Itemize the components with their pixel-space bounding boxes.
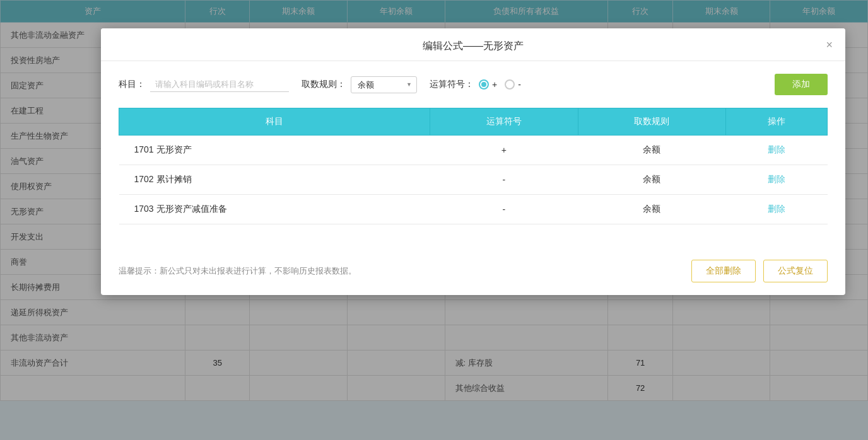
th-action: 操作 <box>726 108 828 136</box>
th-operator: 运算符号 <box>430 108 578 136</box>
formula-rule-cell: 余额 <box>578 165 726 195</box>
operator-label: 运算符号： <box>430 79 474 90</box>
operator-group: 运算符号： + - <box>430 79 521 90</box>
footer-buttons: 全部删除 公式复位 <box>691 260 828 282</box>
formula-table-head: 科目 运算符号 取数规则 操作 <box>119 108 828 136</box>
delete-link[interactable]: 删除 <box>768 204 785 214</box>
formula-subject-cell: 1701 无形资产 <box>119 136 430 165</box>
operator-minus-label: - <box>518 79 521 90</box>
rule-group: 取数规则： 余额 借方 贷方 借方发生额 贷方发生额 <box>302 76 417 93</box>
add-button[interactable]: 添加 <box>775 74 828 95</box>
th-rule: 取数规则 <box>578 108 726 136</box>
rule-select-wrapper: 余额 借方 贷方 借方发生额 贷方发生额 <box>351 76 417 93</box>
modal-header: 编辑公式——无形资产 × <box>101 28 845 61</box>
modal-footer: 温馨提示：新公式只对未出报表进行计算，不影响历史报表数据。 全部删除 公式复位 <box>101 250 845 295</box>
formula-operator-cell: - <box>430 165 578 195</box>
operator-plus-radio-circle <box>479 79 489 90</box>
formula-operator-cell: + <box>430 136 578 165</box>
formula-rule-cell: 余额 <box>578 195 726 224</box>
modal-close-button[interactable]: × <box>826 39 833 50</box>
formula-row: 1703 无形资产减值准备 - 余额 删除 <box>119 195 828 224</box>
modal-title: 编辑公式——无形资产 <box>423 40 524 53</box>
formula-action-cell: 删除 <box>726 195 828 224</box>
formula-table: 科目 运算符号 取数规则 操作 1701 无形资产 + 余额 删除 1702 累… <box>119 108 828 224</box>
reset-formula-button[interactable]: 公式复位 <box>763 260 828 282</box>
operator-minus-radio-circle <box>505 79 515 90</box>
formula-subject-cell: 1702 累计摊销 <box>119 165 430 195</box>
subject-input[interactable] <box>150 77 289 92</box>
rule-select[interactable]: 余额 借方 贷方 借方发生额 贷方发生额 <box>351 76 417 93</box>
formula-form-row: 科目： 取数规则： 余额 借方 贷方 借方发生额 贷方发生额 运算符号： <box>119 74 828 95</box>
operator-plus-radio[interactable]: + <box>479 79 497 90</box>
edit-formula-modal: 编辑公式——无形资产 × 科目： 取数规则： 余额 借方 贷方 借方发生额 贷方… <box>101 28 845 295</box>
formula-subject-cell: 1703 无形资产减值准备 <box>119 195 430 224</box>
formula-action-cell: 删除 <box>726 136 828 165</box>
delete-all-button[interactable]: 全部删除 <box>691 260 756 282</box>
delete-link[interactable]: 删除 <box>768 174 785 184</box>
th-subject: 科目 <box>119 108 430 136</box>
formula-row: 1702 累计摊销 - 余额 删除 <box>119 165 828 195</box>
formula-table-body: 1701 无形资产 + 余额 删除 1702 累计摊销 - 余额 删除 1703… <box>119 136 828 224</box>
subject-label: 科目： <box>119 79 145 90</box>
footer-tip: 温馨提示：新公式只对未出报表进行计算，不影响历史报表数据。 <box>119 265 356 277</box>
formula-table-header-row: 科目 运算符号 取数规则 操作 <box>119 108 828 136</box>
modal-body: 科目： 取数规则： 余额 借方 贷方 借方发生额 贷方发生额 运算符号： <box>101 61 845 250</box>
operator-minus-radio[interactable]: - <box>505 79 521 90</box>
rule-label: 取数规则： <box>302 79 346 90</box>
operator-plus-label: + <box>492 79 497 90</box>
operator-radio-group: + - <box>479 79 521 90</box>
formula-operator-cell: - <box>430 195 578 224</box>
formula-row: 1701 无形资产 + 余额 删除 <box>119 136 828 165</box>
formula-action-cell: 删除 <box>726 165 828 195</box>
delete-link[interactable]: 删除 <box>768 144 785 154</box>
formula-rule-cell: 余额 <box>578 136 726 165</box>
subject-group: 科目： <box>119 77 289 92</box>
